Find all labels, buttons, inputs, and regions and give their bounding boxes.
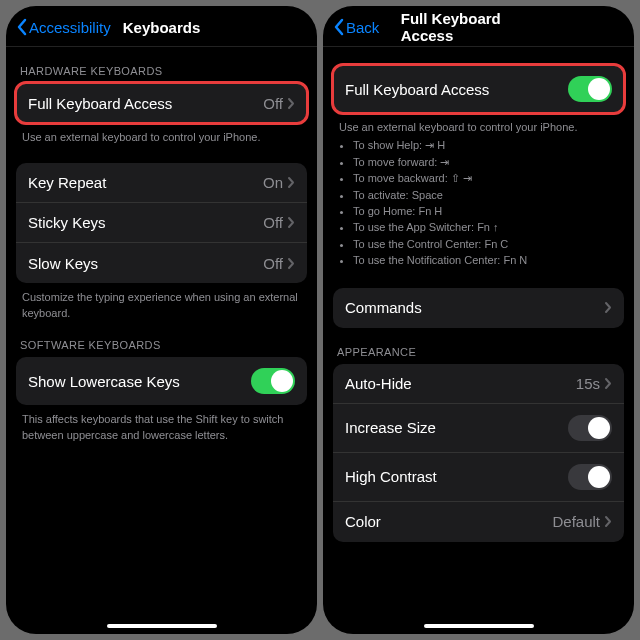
back-label: Back bbox=[346, 19, 379, 36]
row-value: Default bbox=[552, 513, 600, 530]
group-hardware-options: Key Repeat On Sticky Keys Off Slow Keys … bbox=[16, 163, 307, 283]
row-full-keyboard-access[interactable]: Full Keyboard Access Off bbox=[16, 83, 307, 123]
chevron-right-icon bbox=[287, 176, 295, 189]
row-label: Sticky Keys bbox=[28, 214, 263, 231]
row-show-lowercase: Show Lowercase Keys bbox=[16, 357, 307, 405]
tip-item: To go Home: Fn H bbox=[353, 204, 618, 219]
footer-intro: Use an external keyboard to control your… bbox=[339, 121, 577, 133]
row-increase-size: Increase Size bbox=[333, 404, 624, 453]
row-label: Key Repeat bbox=[28, 174, 263, 191]
row-full-keyboard-access-group: Full Keyboard Access Off bbox=[16, 83, 307, 123]
page-title: Full Keyboard Access bbox=[401, 10, 557, 44]
row-value: Off bbox=[263, 95, 283, 112]
group-appearance: Auto-Hide 15s Increase Size High Contras… bbox=[333, 364, 624, 542]
tip-item: To move forward: ⇥ bbox=[353, 155, 618, 170]
section-header-appearance: APPEARANCE bbox=[337, 346, 620, 358]
toggle-high-contrast[interactable] bbox=[568, 464, 612, 490]
tip-item: To use the App Switcher: Fn ↑ bbox=[353, 220, 618, 235]
toggle-show-lowercase[interactable] bbox=[251, 368, 295, 394]
navbar: Back Full Keyboard Access bbox=[323, 6, 634, 47]
group-fka-toggle: Full Keyboard Access bbox=[333, 65, 624, 113]
back-label: Accessibility bbox=[29, 19, 111, 36]
chevron-right-icon bbox=[287, 216, 295, 229]
toggle-increase-size[interactable] bbox=[568, 415, 612, 441]
chevron-right-icon bbox=[604, 515, 612, 528]
chevron-right-icon bbox=[604, 377, 612, 390]
back-button[interactable]: Back bbox=[333, 18, 379, 36]
tip-item: To move backward: ⇧ ⇥ bbox=[353, 171, 618, 186]
navbar: Accessibility Keyboards bbox=[6, 6, 317, 47]
row-value: Off bbox=[263, 255, 283, 272]
chevron-right-icon bbox=[287, 97, 295, 110]
row-auto-hide[interactable]: Auto-Hide 15s bbox=[333, 364, 624, 404]
row-commands[interactable]: Commands bbox=[333, 288, 624, 328]
row-label: Show Lowercase Keys bbox=[28, 373, 251, 390]
content: Full Keyboard Access Use an external key… bbox=[323, 47, 634, 634]
row-label: Commands bbox=[345, 299, 604, 316]
tips-list: To show Help: ⇥ HTo move forward: ⇥To mo… bbox=[339, 138, 618, 268]
section-header-hardware: HARDWARE KEYBOARDS bbox=[20, 65, 303, 77]
section-header-software: SOFTWARE KEYBOARDS bbox=[20, 339, 303, 351]
row-label: Auto-Hide bbox=[345, 375, 576, 392]
chevron-left-icon bbox=[16, 18, 27, 36]
section-footer-software: This affects keyboards that use the Shif… bbox=[22, 412, 301, 443]
row-value: On bbox=[263, 174, 283, 191]
row-key-repeat[interactable]: Key Repeat On bbox=[16, 163, 307, 203]
row-label: High Contrast bbox=[345, 468, 568, 485]
row-value: Off bbox=[263, 214, 283, 231]
home-indicator[interactable] bbox=[424, 624, 534, 628]
toggle-fka[interactable] bbox=[568, 76, 612, 102]
group-commands: Commands bbox=[333, 288, 624, 328]
chevron-left-icon bbox=[333, 18, 344, 36]
row-label: Slow Keys bbox=[28, 255, 263, 272]
chevron-right-icon bbox=[287, 257, 295, 270]
tip-item: To show Help: ⇥ H bbox=[353, 138, 618, 153]
row-label: Color bbox=[345, 513, 552, 530]
row-label: Increase Size bbox=[345, 419, 568, 436]
section-footer-hardware: Use an external keyboard to control your… bbox=[22, 130, 301, 145]
row-label: Full Keyboard Access bbox=[28, 95, 263, 112]
section-footer-fka: Use an external keyboard to control your… bbox=[339, 120, 618, 269]
back-button[interactable]: Accessibility bbox=[16, 18, 111, 36]
tip-item: To use the Notification Center: Fn N bbox=[353, 253, 618, 268]
tip-item: To use the Control Center: Fn C bbox=[353, 237, 618, 252]
tip-item: To activate: Space bbox=[353, 188, 618, 203]
home-indicator[interactable] bbox=[107, 624, 217, 628]
row-label: Full Keyboard Access bbox=[345, 81, 568, 98]
group-software: Show Lowercase Keys bbox=[16, 357, 307, 405]
row-sticky-keys[interactable]: Sticky Keys Off bbox=[16, 203, 307, 243]
content: HARDWARE KEYBOARDS Full Keyboard Access … bbox=[6, 47, 317, 634]
section-footer-options: Customize the typing experience when usi… bbox=[22, 290, 301, 321]
row-high-contrast: High Contrast bbox=[333, 453, 624, 502]
row-value: 15s bbox=[576, 375, 600, 392]
screenshot-keyboards: Accessibility Keyboards HARDWARE KEYBOAR… bbox=[6, 6, 317, 634]
page-title: Keyboards bbox=[123, 19, 201, 36]
screenshot-full-keyboard-access: Back Full Keyboard Access Full Keyboard … bbox=[323, 6, 634, 634]
chevron-right-icon bbox=[604, 301, 612, 314]
row-fka-toggle: Full Keyboard Access bbox=[333, 65, 624, 113]
row-slow-keys[interactable]: Slow Keys Off bbox=[16, 243, 307, 283]
row-color[interactable]: Color Default bbox=[333, 502, 624, 542]
